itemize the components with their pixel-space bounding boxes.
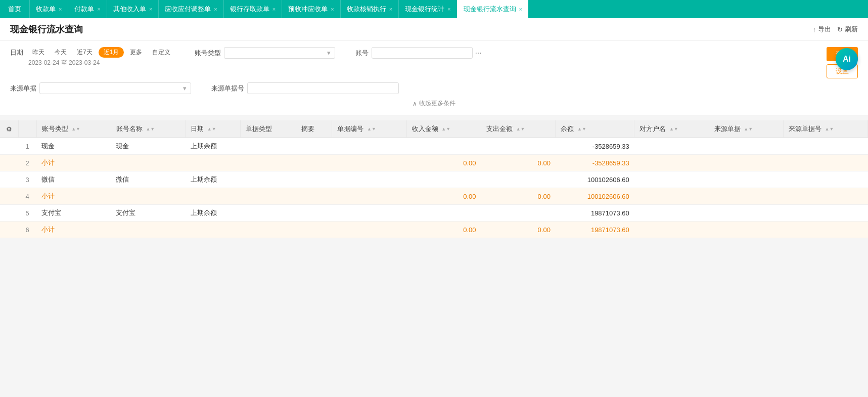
table-cell: 0.00 (481, 188, 556, 205)
table-cell: -3528659.33 (556, 155, 634, 171)
close-icon[interactable]: × (331, 0, 334, 18)
table-cell: 小计 (36, 222, 111, 238)
th-date[interactable]: 日期 ▲▼ (186, 120, 241, 138)
nav-tab-0[interactable]: 收款单 × (29, 0, 68, 18)
date-btn-yesterday[interactable]: 昨天 (28, 47, 49, 58)
close-icon[interactable]: × (272, 0, 276, 18)
nav-tab-4[interactable]: 银行存取款单 × (223, 0, 282, 18)
refresh-button[interactable]: ↻ 刷新 (837, 25, 858, 34)
table-cell (241, 155, 296, 171)
date-btn-7days[interactable]: 近7天 (73, 47, 97, 58)
th-expense[interactable]: 支出金额 ▲▼ (481, 120, 556, 138)
header-actions: ↑ 导出 ↻ 刷新 (813, 25, 858, 34)
table-cell (111, 155, 185, 171)
th-counterpart[interactable]: 对方户名 ▲▼ (634, 120, 709, 138)
source-doc-filter-group: 来源单据 ▾ (10, 82, 191, 94)
date-btn-custom[interactable]: 自定义 (148, 47, 174, 58)
collapse-bar[interactable]: ∧ 收起更多条件 (10, 97, 858, 111)
nav-tab-7[interactable]: 现金银行统计 × (398, 0, 456, 18)
source-doc-no-input[interactable] (247, 82, 399, 94)
th-source-doc-no[interactable]: 来源单据号 ▲▼ (783, 120, 867, 138)
table-cell: 100102606.60 (556, 188, 634, 205)
more-options-icon[interactable]: ··· (475, 49, 481, 58)
account-filter-group: 账号 ··· (355, 47, 483, 59)
page-title: 现金银行流水查询 (10, 23, 83, 35)
nav-tab-8[interactable]: 现金银行流水查询 × (457, 0, 528, 18)
nav-tab-3[interactable]: 应收应付调整单 × (158, 0, 223, 18)
table-row: 5支付宝支付宝上期余额19871073.60 (0, 205, 868, 222)
table-cell (0, 188, 18, 205)
table-cell: 0.00 (481, 155, 556, 171)
th-doc-no[interactable]: 单据编号 ▲▼ (332, 120, 406, 138)
account-type-label: 账号类型 (195, 49, 221, 58)
sort-icon: ▲▼ (516, 127, 525, 131)
table-cell: 5 (18, 205, 36, 222)
table-row: 4小计0.000.00100102606.60 (0, 188, 868, 205)
table-cell: 2 (18, 155, 36, 171)
account-type-select[interactable]: ▾ (224, 47, 335, 59)
export-button[interactable]: ↑ 导出 (813, 25, 832, 34)
source-doc-no-filter-group: 来源单据号 (211, 82, 399, 94)
table-cell: 微信 (111, 171, 185, 188)
table-cell (634, 222, 709, 238)
table-cell (296, 222, 332, 238)
table-cell: 微信 (36, 171, 111, 188)
close-icon[interactable]: × (214, 0, 217, 18)
th-source-doc[interactable]: 来源单据 ▲▼ (709, 120, 783, 138)
close-icon[interactable]: × (149, 0, 152, 18)
source-doc-label: 来源单据 (10, 84, 36, 93)
table-body: 1现金现金上期余额-3528659.332小计0.000.00-3528659.… (0, 138, 868, 238)
th-account-name[interactable]: 账号名称 ▲▼ (111, 120, 185, 138)
account-input[interactable] (372, 47, 473, 59)
table-cell (241, 222, 296, 238)
date-btn-today[interactable]: 今天 (51, 47, 71, 58)
table-cell: 3 (18, 171, 36, 188)
close-icon[interactable]: × (519, 0, 522, 18)
chevron-down-icon: ▾ (327, 49, 331, 57)
th-account-type[interactable]: 账号类型 ▲▼ (36, 120, 111, 138)
table-cell: 小计 (36, 188, 111, 205)
close-icon[interactable]: × (97, 0, 100, 18)
table-cell (709, 171, 783, 188)
source-doc-no-label: 来源单据号 (211, 84, 244, 93)
collapse-up-icon: ∧ (413, 100, 417, 107)
sort-icon: ▲▼ (207, 127, 216, 131)
table-cell (709, 222, 783, 238)
sort-icon: ▲▼ (669, 127, 678, 131)
nav-tab-1[interactable]: 付款单 × (68, 0, 106, 18)
table-cell (481, 138, 556, 155)
table-cell (634, 171, 709, 188)
nav-tab-2[interactable]: 其他收入单 × (107, 0, 158, 18)
table-cell (0, 138, 18, 155)
close-icon[interactable]: × (447, 0, 450, 18)
date-btn-more[interactable]: 更多 (126, 47, 146, 58)
table-cell (634, 155, 709, 171)
table-cell (709, 205, 783, 222)
table-row: 2小计0.000.00-3528659.33 (0, 155, 868, 171)
table-cell (332, 188, 406, 205)
sort-icon: ▲▼ (441, 127, 450, 131)
source-doc-select[interactable]: ▾ (39, 82, 191, 94)
filter-area: 日期 昨天 今天 近7天 近1月 更多 自定义 2023-02-24 至 202… (0, 41, 868, 115)
ai-badge[interactable]: Ai (836, 48, 858, 70)
table-cell: 0.00 (406, 188, 481, 205)
nav-home[interactable]: 首页 (0, 0, 29, 18)
nav-tab-5[interactable]: 预收冲应收单 × (282, 0, 340, 18)
close-icon[interactable]: × (59, 0, 62, 18)
table-cell (783, 222, 867, 238)
table-cell (111, 222, 185, 238)
date-filter-group: 日期 昨天 今天 近7天 近1月 更多 自定义 2023-02-24 至 202… (10, 47, 174, 67)
th-income[interactable]: 收入金额 ▲▼ (406, 120, 481, 138)
table-cell (783, 171, 867, 188)
table-cell (332, 205, 406, 222)
th-gear[interactable]: ⚙ (0, 120, 18, 138)
th-index (18, 120, 36, 138)
table-cell (634, 188, 709, 205)
date-btn-1month[interactable]: 近1月 (99, 47, 124, 58)
table-cell (634, 138, 709, 155)
table-cell (296, 188, 332, 205)
nav-tab-6[interactable]: 收款核销执行 × (340, 0, 398, 18)
close-icon[interactable]: × (389, 0, 392, 18)
table-cell (111, 188, 185, 205)
th-balance[interactable]: 余额 ▲▼ (556, 120, 634, 138)
